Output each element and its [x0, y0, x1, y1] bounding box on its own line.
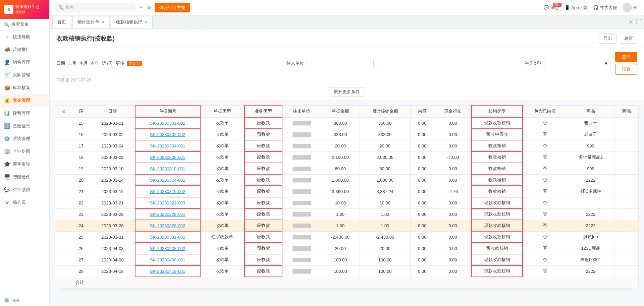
sidebar-item-operation[interactable]: 📊经营管理 — [0, 107, 49, 120]
sidebar-item-system[interactable]: ⚙️系统管理 — [0, 132, 49, 145]
online-service-item[interactable]: 🎧 在线客服 — [593, 5, 617, 11]
bill-no-link[interactable]: SK-20230403-002 — [150, 246, 185, 251]
cell-bill-no[interactable]: SK-20230408-001 — [135, 254, 200, 265]
search-menu-item[interactable]: 🔍 搜索菜单 — [0, 19, 49, 30]
messages-icon-item[interactable]: 💬 消息 99+ — [544, 5, 559, 11]
sidebar-item-member[interactable]: V畅会员 — [0, 196, 49, 209]
sidebar-item-quick-nav[interactable]: ⌂快捷导航 — [0, 30, 49, 43]
sidebar-item-sales[interactable]: 👤销售管理 — [0, 56, 49, 69]
bill-no-link[interactable]: SK-20230418-001 — [150, 269, 185, 274]
topbar-search-box[interactable]: 🔍 搜索 — [55, 3, 136, 12]
date-this-month[interactable]: 本月 — [79, 60, 88, 66]
cell-bill-amount: 20.00 — [321, 243, 360, 254]
cell-bill-no[interactable]: SK-20230321-003 — [135, 197, 200, 208]
bill-no-link[interactable]: SK-20230321-003 — [150, 200, 185, 205]
refresh-button[interactable]: 刷新 — [620, 34, 637, 44]
cell-writeoff-type: 收款核销 — [472, 163, 523, 174]
export-button[interactable]: 导出 — [599, 34, 616, 44]
cell-writeoff-type: 现款收款核销 — [472, 117, 523, 129]
date-this-year[interactable]: 本年 — [91, 60, 99, 66]
user-avatar-item[interactable]: Rit — [623, 3, 639, 12]
gear-icon[interactable]: ⚙ — [147, 4, 151, 11]
bill-no-link[interactable]: SK-20230328-002 — [150, 223, 185, 228]
operation-icon: 📊 — [4, 110, 10, 116]
sidebar-item-purchase[interactable]: 🛒采购管理 — [0, 69, 49, 81]
cell-bill-no[interactable]: SK-20230403-002 — [135, 243, 200, 254]
cell-bill-no[interactable]: SK-20230304-001 — [135, 140, 200, 151]
cell-bill-no[interactable]: SK-20230315-002 — [135, 186, 200, 197]
cell-writeoff-type: 预收中应收 — [472, 129, 523, 140]
date-custom-button[interactable]: 自定义 — [127, 61, 142, 66]
tab-collection[interactable]: 收款核销执行 ✕ — [111, 16, 153, 28]
cell-bill-no[interactable]: SK-20230331-002 — [135, 231, 200, 243]
sidebar-item-corp[interactable]: 🏢企业协同 — [0, 145, 49, 158]
sidebar-item-guide[interactable]: 🎓新手引导 — [0, 158, 49, 171]
bill-no-link[interactable]: SK-20230328-001 — [150, 212, 185, 217]
settings-bottom-icon[interactable]: ⚙️ — [4, 298, 9, 303]
tab-home[interactable]: 首页 — [52, 16, 71, 28]
horizontal-scrollbar[interactable] — [60, 288, 633, 291]
date-more[interactable]: 更多 — [116, 60, 124, 66]
cell-bill-type: 收款单 — [200, 186, 245, 197]
sidebar-item-finance[interactable]: 💰资金管理 — [0, 94, 49, 107]
cell-bill-no[interactable]: SK-20230302-002 — [135, 129, 200, 140]
cell-bill-no[interactable]: SK-20230301-002 — [135, 117, 200, 129]
query-button[interactable]: 查询 — [615, 52, 637, 62]
nav-label: 企业微信 — [13, 187, 30, 193]
sidebar-item-inventory[interactable]: 📦库存核算 — [0, 81, 49, 94]
app-download-item[interactable]: 📱 App下载 — [565, 5, 588, 11]
bill-no-link[interactable]: SK-20230304-001 — [150, 143, 185, 148]
member-icon: V — [4, 199, 10, 205]
sidebar-item-wechat[interactable]: 💬企业微信 — [0, 183, 49, 196]
sidebar-bottom: ⚙️ ◀◀ — [0, 294, 49, 306]
cell-bill-no[interactable]: SK-20230308-001 — [135, 151, 200, 163]
bill-no-link[interactable]: SK-20230308-001 — [150, 155, 185, 160]
cell-checkbox — [55, 254, 72, 265]
cell-cash-discount: 0.00 — [434, 254, 472, 265]
bill-no-link[interactable]: SK-20230314-001 — [150, 178, 185, 183]
bill-no-link[interactable]: SK-20230310-001 — [150, 166, 185, 171]
bill-no-link[interactable]: SK-20230408-001 — [150, 257, 185, 262]
table-settings-icon[interactable]: ⚙ — [62, 109, 66, 114]
bill-type-select[interactable]: ▼ — [544, 59, 611, 68]
cell-bill-no[interactable]: SK-20230328-002 — [135, 220, 200, 231]
cell-include-cleared: 否 — [523, 117, 567, 129]
cell-bill-no[interactable]: SK-20230328-001 — [135, 208, 200, 220]
prepay-tab-close[interactable]: ✕ — [101, 20, 105, 24]
date-last-month[interactable]: 上月 — [68, 60, 76, 66]
bill-no-link[interactable]: SK-20230315-002 — [150, 189, 185, 194]
tab-prepay[interactable]: 预计应付单 ✕ — [72, 16, 110, 28]
settings-button[interactable]: 设置 — [615, 64, 637, 75]
partner-input[interactable] — [307, 59, 374, 68]
col-writeoff-type: 核销类型 — [472, 105, 523, 117]
bill-no-link[interactable]: SK-20230331-002 — [150, 235, 185, 240]
cell-biz-type: 应收款 — [245, 231, 282, 243]
close-all-icon[interactable]: ✕ — [628, 18, 633, 26]
bill-no-link[interactable]: SK-20230302-002 — [150, 132, 185, 137]
cell-date: 2023-03-21 — [90, 197, 135, 208]
sidebar-item-marketing[interactable]: 📣营销推广 — [0, 43, 49, 56]
collapse-icon[interactable]: ◀◀ — [12, 298, 19, 303]
nav-label: 系统管理 — [13, 136, 30, 142]
cell-partner: ████████ — [282, 220, 321, 231]
sidebar-item-basic[interactable]: ℹ️基础信息 — [0, 120, 49, 132]
expand-conditions-button[interactable]: 展开更多条件 — [329, 87, 365, 97]
cell-date: 2023-03-14 — [90, 174, 135, 186]
collection-tab-close[interactable]: ✕ — [144, 20, 148, 24]
cell-date: 2023-03-04 — [90, 140, 135, 151]
date-7days[interactable]: 近7天 — [102, 60, 113, 66]
cell-biz-type: 应收款 — [245, 186, 282, 197]
cell-seq: 24 — [72, 220, 90, 231]
cell-bill-no[interactable]: SK-20230314-001 — [135, 174, 200, 186]
cell-accum-writeoff: 3,387.24 — [360, 186, 410, 197]
industry-solution-button[interactable]: 体验行业方案 — [155, 3, 190, 12]
prepay-tab-label: 预计应付单 — [77, 19, 99, 25]
user-name: Rit — [633, 5, 639, 10]
col-settings[interactable]: ⚙ — [55, 105, 72, 117]
sidebar-item-hardware[interactable]: 🖥️智能硬件 — [0, 171, 49, 183]
bill-no-link[interactable]: SK-20230301-002 — [150, 121, 185, 126]
table-row: 182023-03-08SK-20230308-001收款单应收款███████… — [55, 151, 639, 163]
cell-bill-no[interactable]: SK-20230418-001 — [135, 265, 200, 277]
cell-bill-no[interactable]: SK-20230310-001 — [135, 163, 200, 174]
maximize-icon[interactable]: ⛶ — [636, 19, 641, 25]
